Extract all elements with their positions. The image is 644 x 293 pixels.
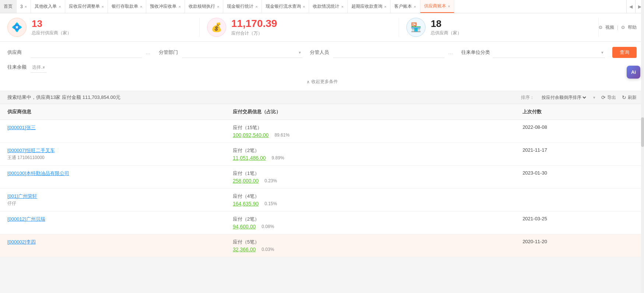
supplier-info-cell-0: [000001]张三	[0, 120, 225, 143]
nav-tab-overdue-query[interactable]: 超期应收款查询 ×	[348, 0, 391, 13]
trans-info-cell-5: 应付（5笔）32,366.000.03%	[225, 234, 515, 257]
supplier-link-0[interactable]: [000001]张三	[7, 125, 36, 130]
last-payment-cell-0: 2022-08-08	[515, 120, 644, 143]
close-bank-deposit-tab[interactable]: ×	[140, 4, 142, 9]
dept-filter-label: 分管部门	[159, 49, 179, 56]
amount-2[interactable]: 258,000.00	[233, 178, 259, 184]
supplier-info-cell-2: [000100]本特勤油品有限公司	[0, 166, 225, 189]
sort-chevron-down-icon: ▾	[593, 95, 595, 100]
nav-tab-supplier-account[interactable]: 供应商账本 ×	[420, 0, 454, 13]
refresh-icon: ↻	[622, 94, 626, 100]
amount-0[interactable]: 100,092,540.00	[233, 132, 269, 138]
scrollbar-thumb[interactable]	[641, 117, 644, 147]
nav-tab-receipt-stat[interactable]: 收款情况统计 ×	[309, 0, 347, 13]
balance-filter-label: 往来余额	[7, 64, 28, 70]
stat-payable-total: 💰 11,170.39 应付合计（万）	[200, 18, 399, 37]
payable-suppliers-icon: 💠	[7, 18, 27, 37]
nav-tab-customer-account[interactable]: 客户账本 ×	[391, 0, 420, 13]
nav-tab-cash-bank-stat[interactable]: 现金银行统计 ×	[223, 0, 262, 13]
close-prepay-offset-tab[interactable]: ×	[178, 4, 181, 9]
percent-2: 0.23%	[265, 178, 277, 183]
supplier-info-cell-4: [000012]广州贝瑞	[0, 211, 225, 234]
supplier-sub-3: 仔仔	[7, 200, 218, 207]
nav-tab-other-income[interactable]: 其他收入单 ×	[31, 0, 65, 13]
percent-5: 0.03%	[262, 247, 274, 252]
nav-tab-home[interactable]: 首页	[0, 0, 17, 13]
export-button[interactable]: ⟳ 导出	[601, 94, 616, 101]
video-link[interactable]: 视频	[605, 24, 614, 31]
last-payment-cell-1: 2021-11-17	[515, 143, 644, 166]
sort-select[interactable]: 按应付余额倒序排序	[540, 94, 587, 100]
trans-label-4: 应付（2笔）	[233, 216, 508, 223]
supplier-table-container: 供应商信息 应付交易信息（占比） 上次付数 [000001]张三应付（15笔）1…	[0, 104, 644, 257]
stat-payable-suppliers: 💠 13 总应付供应商（家）	[7, 18, 200, 37]
close-customer-account-tab[interactable]: ×	[414, 4, 416, 9]
supplier-filter-label: 供应商	[7, 49, 28, 56]
nav-prev-arrow[interactable]: ◀	[626, 0, 635, 13]
collapse-label: 收起更多条件	[311, 79, 338, 85]
supplier-link-1[interactable]: [000007]恒旺二手叉车	[7, 148, 55, 153]
nav-tab-bank-deposit[interactable]: 银行存取款单 ×	[108, 0, 146, 13]
balance-select[interactable]: 选择...	[31, 62, 46, 73]
total-suppliers-number: 18	[431, 19, 462, 28]
supplier-link-4[interactable]: [000012]广州贝瑞	[7, 216, 45, 222]
supplier-more-icon[interactable]: ...	[145, 49, 151, 56]
amount-5[interactable]: 32,366.00	[233, 247, 256, 252]
close-receipt-stat-tab[interactable]: ×	[341, 4, 343, 9]
filter-row-2: 往来余额 选择... ▾	[7, 62, 637, 73]
ai-assistant-button[interactable]: Ai	[627, 66, 640, 79]
close-cash-bank-stat-tab[interactable]: ×	[255, 4, 258, 9]
person-input[interactable]	[333, 47, 444, 58]
stat-total-suppliers: 🏪 18 总供应商（家）	[399, 18, 599, 37]
nav-tab-prepay-offset[interactable]: 预收冲应收单 ×	[146, 0, 185, 13]
amount-3[interactable]: 164,635.90	[233, 201, 259, 207]
close-ar-ap-adjust-tab[interactable]: ×	[102, 4, 104, 9]
nav-tab-receipt-verify[interactable]: 收款核销执行 ×	[185, 0, 223, 13]
supplier-link-2[interactable]: [000100]本特勤油品有限公司	[7, 170, 69, 176]
trans-label-0: 应付（15笔）	[233, 124, 508, 131]
close-t3-tab[interactable]: ×	[25, 4, 27, 9]
nav-tab-t3[interactable]: 3 ×	[17, 0, 31, 13]
total-suppliers-icon: 🏪	[406, 18, 426, 37]
close-cash-bank-flow-tab[interactable]: ×	[303, 4, 305, 9]
supplier-link-5[interactable]: [000002]李四	[7, 239, 36, 245]
scrollbar-track[interactable]	[641, 0, 644, 257]
nav-tab-cash-bank-flow[interactable]: 现金银行流水查询 ×	[262, 0, 309, 13]
category-select[interactable]	[493, 47, 605, 58]
supplier-info-cell-3: [001]广州荣轩仔仔	[0, 189, 225, 211]
th-trans-info: 应付交易信息（占比）	[225, 104, 515, 120]
query-button[interactable]: 查询	[612, 47, 637, 58]
table-row: [000012]广州贝瑞应付（2笔）94,600.000.08%2021-03-…	[0, 211, 644, 234]
top-navigation: 首页 3 × 其他收入单 × 应收应付调整单 × 银行存取款单 × 预收冲应收单…	[0, 0, 644, 13]
table-row: [000007]恒旺二手叉车王通 17106110000应付（2笔）11,051…	[0, 143, 644, 166]
last-payment-cell-5: 2020-11-20	[515, 234, 644, 257]
supplier-info-cell-5: [000002]李四	[0, 234, 225, 257]
refresh-button[interactable]: ↻ 刷新	[622, 94, 637, 101]
close-supplier-account-tab[interactable]: ×	[448, 4, 450, 8]
amount-4[interactable]: 94,600.00	[233, 224, 256, 230]
amount-1[interactable]: 11,051,486.00	[233, 155, 266, 161]
help-link[interactable]: 帮助	[628, 24, 637, 31]
percent-1: 9.89%	[272, 155, 284, 161]
results-bar: 搜索结果中，供应商13家 应付金额 111,703,854.00元 排序： 按应…	[0, 91, 644, 104]
payable-total-icon: 💰	[207, 18, 226, 37]
payable-total-number: 11,170.39	[231, 18, 277, 29]
collapse-icon: ∧	[307, 79, 310, 85]
trans-info-cell-2: 应付（1笔）258,000.000.23%	[225, 166, 515, 189]
last-payment-cell-3	[515, 189, 644, 211]
dept-select[interactable]	[182, 47, 303, 58]
help-icon: ⊙	[621, 25, 625, 30]
supplier-link-3[interactable]: [001]广州荣轩	[7, 193, 37, 199]
close-receipt-verify-tab[interactable]: ×	[217, 4, 219, 9]
category-filter-item: 往来单位分类 ▾	[461, 47, 605, 58]
collapse-button[interactable]: ∧ 收起更多条件	[7, 76, 637, 87]
close-other-income-tab[interactable]: ×	[59, 4, 61, 9]
filter-row-1: 供应商 ... 分管部门 ▾ 分管人员 ... 往来单位分类	[7, 47, 637, 58]
close-overdue-query-tab[interactable]: ×	[384, 4, 386, 9]
trans-info-cell-0: 应付（15笔）100,092,540.0089.61%	[225, 120, 515, 143]
person-more-icon[interactable]: ...	[447, 49, 454, 56]
nav-tab-ar-ap-adjust[interactable]: 应收应付调整单 ×	[65, 0, 108, 13]
trans-info-cell-4: 应付（2笔）94,600.000.08%	[225, 211, 515, 234]
table-row: [000002]李四应付（5笔）32,366.000.03%2020-11-20	[0, 234, 644, 257]
supplier-input[interactable]	[31, 47, 142, 58]
